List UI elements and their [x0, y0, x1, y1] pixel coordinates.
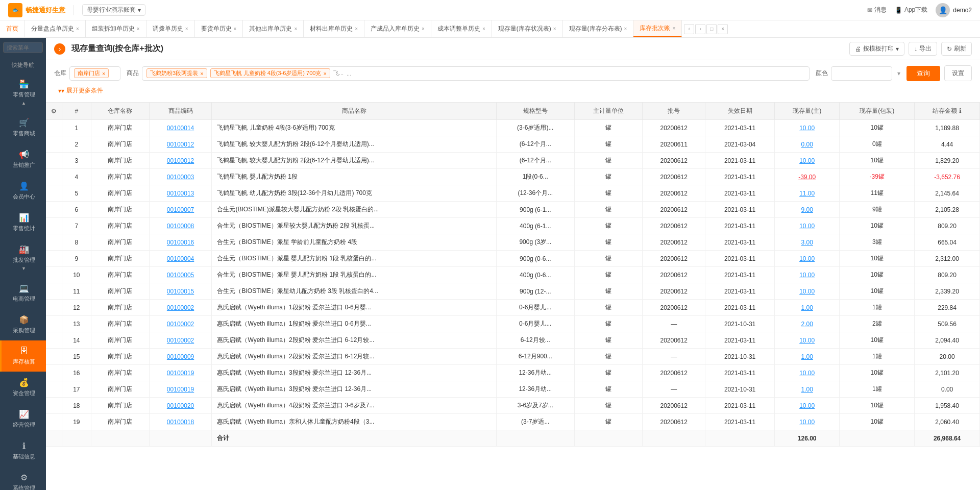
sidebar-item-marketing[interactable]: 📢 营销推广 [0, 143, 46, 175]
stock-main-link[interactable]: 1.00 [801, 304, 813, 311]
nav-prev-arrow[interactable]: ‹ [684, 24, 694, 34]
template-print-btn[interactable]: 🖨 按模板打印 ▾ [849, 42, 904, 56]
sidebar-item-operations[interactable]: 📈 经营管理 [0, 403, 46, 435]
close-requisition-icon[interactable]: × [234, 26, 237, 32]
sidebar-item-purchase[interactable]: 📦 采购管理 [0, 309, 46, 340]
stock-main-link[interactable]: 10.00 [799, 402, 815, 409]
sku-link[interactable]: 00100002 [167, 337, 194, 344]
sku-link[interactable]: 00100015 [167, 288, 194, 295]
expand-more-btn[interactable]: ▾▾ 展开更多条件 [54, 84, 972, 97]
close-material-out-icon[interactable]: × [355, 26, 358, 32]
sidebar-item-ecommerce[interactable]: 💻 电商管理 [0, 277, 46, 309]
stock-main-link[interactable]: 9.00 [801, 206, 813, 213]
stock-main-link[interactable]: 10.00 [799, 370, 815, 377]
product-tag-1-close-icon[interactable]: × [200, 70, 203, 77]
close-inventory-status-icon[interactable]: × [553, 26, 556, 32]
stock-main-link[interactable]: 1.00 [801, 353, 813, 360]
sidebar-item-retail-mgmt[interactable]: 🏪 零售管理 ▲ [0, 73, 46, 112]
quick-nav-btn[interactable]: 快捷导航 [0, 57, 46, 73]
tab-product-in[interactable]: 产成品入库单历史 × [364, 20, 431, 37]
sidebar-item-retail-stats[interactable]: 📊 零售统计 [0, 207, 46, 238]
sku-link[interactable]: 00100002 [167, 304, 194, 311]
sidebar-item-inventory[interactable]: 🗄 库存核算 [0, 340, 46, 372]
stock-main-link[interactable]: 10.00 [799, 157, 815, 164]
product-tag-group[interactable]: 飞鹤奶粉3段两提装 × 飞鹤星飞帆 儿童奶粉 4段(3-6岁适用) 700克 ×… [142, 66, 810, 81]
setting-btn[interactable]: 设置 [944, 65, 972, 81]
tab-cost-adjust[interactable]: 成本调整单历史 × [431, 20, 492, 37]
sku-link[interactable]: 00100019 [167, 370, 194, 377]
cell-warehouse: 南岸门店 [91, 316, 149, 332]
close-inventory-batch-icon[interactable]: × [672, 26, 675, 31]
stock-main-link[interactable]: 1.00 [801, 386, 813, 393]
product-more-btn[interactable]: 飞... [333, 69, 344, 77]
sidebar-item-member-center[interactable]: 👤 会员中心 [0, 175, 46, 207]
sku-link[interactable]: 00100014 [167, 125, 194, 132]
sidebar-item-wholesale[interactable]: 🏭 批发管理 ▼ [0, 238, 46, 277]
close-inventory-dist-icon[interactable]: × [624, 26, 627, 32]
refresh-btn[interactable]: ↻ 刷新 [941, 42, 972, 56]
sidebar-item-basic-info[interactable]: ℹ 基础信息 [0, 435, 46, 467]
query-btn[interactable]: 查询 [906, 66, 940, 81]
tab-requisition[interactable]: 要货单历史 × [195, 20, 243, 37]
sku-link[interactable]: 00100019 [167, 386, 194, 393]
sku-link[interactable]: 00100003 [167, 174, 194, 181]
tab-home[interactable]: 首页 [0, 20, 25, 37]
sidebar-item-finance[interactable]: 💰 资金管理 [0, 372, 46, 403]
tab-other-out[interactable]: 其他出库单历史 × [243, 20, 304, 37]
sku-link[interactable]: 00100013 [167, 190, 194, 197]
stock-main-link[interactable]: 10.00 [799, 419, 815, 426]
stock-main-link[interactable]: 11.00 [799, 190, 815, 197]
stock-main-link[interactable]: 10.00 [799, 255, 815, 262]
product-tag-2-close-icon[interactable]: × [323, 70, 326, 77]
col-setting[interactable]: ⚙ [46, 103, 62, 120]
sku-link[interactable]: 00100009 [167, 353, 194, 360]
warehouse-tag-close-icon[interactable]: × [102, 70, 105, 77]
sidebar-item-retail-shop[interactable]: 🛒 零售商城 [0, 112, 46, 143]
sku-link[interactable]: 00100012 [167, 157, 194, 164]
sku-link[interactable]: 00100004 [167, 255, 194, 262]
sku-link[interactable]: 00100020 [167, 402, 194, 409]
search-input[interactable] [3, 42, 43, 53]
sku-link[interactable]: 00100008 [167, 223, 194, 230]
app-download-btn[interactable]: 📱 App下载 [895, 6, 927, 14]
tab-disassemble[interactable]: 组装拆卸单历史 × [86, 20, 146, 37]
stock-main-link[interactable]: 3.00 [801, 239, 813, 246]
sidebar-item-system[interactable]: ⚙ 系统管理 [0, 467, 46, 490]
nav-next-arrow[interactable]: › [695, 24, 705, 34]
close-product-in-icon[interactable]: × [422, 26, 425, 32]
stock-main-link[interactable]: -39.00 [798, 174, 816, 181]
nav-maximize-icon[interactable]: □ [706, 24, 717, 34]
tab-inventory-batch[interactable]: 库存批次账 × [633, 20, 682, 37]
expand-sidebar-btn[interactable]: › [54, 43, 65, 55]
store-selector[interactable]: 母婴行业演示账套 ▾ [82, 4, 145, 16]
sku-link[interactable]: 00100012 [167, 141, 194, 148]
stock-main-link[interactable]: 10.00 [799, 223, 815, 230]
close-transfer-icon[interactable]: × [185, 26, 188, 32]
nav-close-all-icon[interactable]: × [718, 24, 728, 34]
stock-main-link[interactable]: 10.00 [799, 272, 815, 279]
close-other-out-icon[interactable]: × [294, 26, 297, 32]
warehouse-tag-group[interactable]: 南岸门店 × [69, 66, 120, 81]
close-cost-adjust-icon[interactable]: × [482, 26, 485, 32]
sku-link[interactable]: 00100005 [167, 272, 194, 279]
message-btn[interactable]: ✉ 消息 [867, 6, 887, 14]
export-btn[interactable]: ↓ 导出 [909, 42, 937, 56]
stock-main-link[interactable]: 10.00 [799, 288, 815, 295]
sku-link[interactable]: 00100018 [167, 419, 194, 426]
user-info[interactable]: 👤 demo2 [936, 3, 972, 17]
stock-main-link[interactable]: 0.00 [801, 141, 813, 148]
tab-transfer[interactable]: 调拨单历史 × [146, 20, 195, 37]
stock-main-link[interactable]: 10.00 [799, 337, 815, 344]
tab-inventory-status[interactable]: 现存量(库存状况表) × [492, 20, 563, 37]
stock-main-link[interactable]: 2.00 [801, 321, 813, 328]
tab-split-check[interactable]: 分量盘点单历史 × [25, 20, 86, 37]
stock-main-link[interactable]: 10.00 [799, 125, 815, 132]
sku-link[interactable]: 00100016 [167, 239, 194, 246]
tab-inventory-dist[interactable]: 现存量(库存分布表) × [563, 20, 634, 37]
sku-link[interactable]: 00100007 [167, 206, 194, 213]
tab-material-out[interactable]: 材料出库单历史 × [304, 20, 364, 37]
color-tag-group[interactable] [831, 66, 892, 81]
close-split-check-icon[interactable]: × [76, 26, 79, 32]
sku-link[interactable]: 00100002 [167, 321, 194, 328]
close-disassemble-icon[interactable]: × [137, 26, 140, 32]
